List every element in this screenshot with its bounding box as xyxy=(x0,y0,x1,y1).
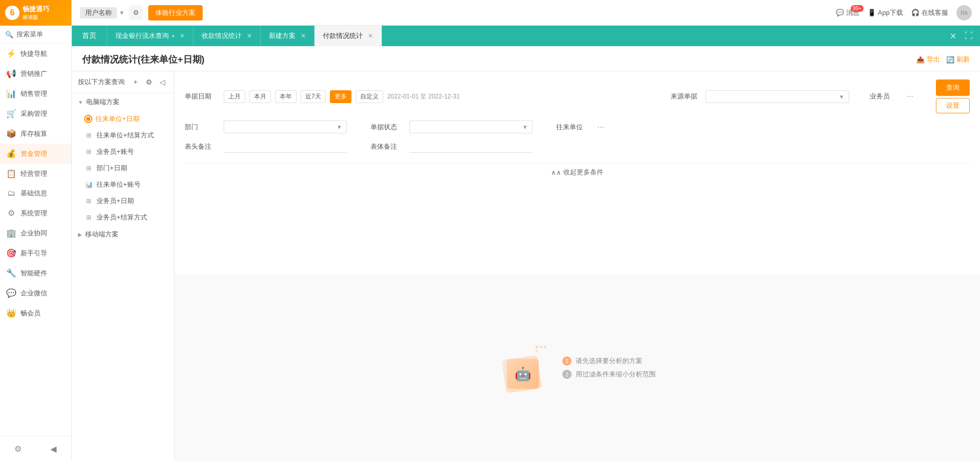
sidebar-item-guide[interactable]: 🎯 新手引导 xyxy=(0,243,71,263)
sidebar-item-quick-nav[interactable]: ⚡ 快捷导航 xyxy=(0,44,71,64)
desktop-group-arrow: ▼ xyxy=(78,99,83,105)
tab-receipt-stats-close[interactable]: ✕ xyxy=(247,32,252,39)
scheme-group-mobile[interactable]: ▶ 移动端方案 xyxy=(72,226,174,243)
scheme-item-partner-settle[interactable]: ⊞ 往来单位+结算方式 xyxy=(72,127,174,144)
smart-hw-icon: 🔧 xyxy=(6,268,16,278)
tab-new-scheme[interactable]: 新建方案 ✕ xyxy=(261,26,315,46)
messages-btn[interactable]: 💬 消息 99+ xyxy=(836,8,859,17)
sidebar-item-inventory[interactable]: 📦 库存核算 xyxy=(0,124,71,144)
sidebar-item-finance[interactable]: 💰 资金管理 xyxy=(0,144,71,164)
collapse-more-btn[interactable]: ∧∧ 收起更多条件 xyxy=(185,163,970,181)
scheme-item-staff-date[interactable]: ⊞ 业务员+日期 xyxy=(72,193,174,209)
date-custom-btn[interactable]: 自定义 xyxy=(356,90,383,103)
tab-payment-stats-close[interactable]: ✕ xyxy=(368,32,373,39)
scheme-group-desktop[interactable]: ▼ 电脑端方案 xyxy=(72,93,174,111)
partner-settle-label: 往来单位+结算方式 xyxy=(96,131,154,140)
messages-badge: 99+ xyxy=(851,5,864,12)
guide-icon: 🎯 xyxy=(6,248,16,258)
system-icon: ⚙ xyxy=(6,208,16,218)
user-menu-chevron[interactable]: ▾ xyxy=(120,9,124,16)
trial-btn[interactable]: 体验行业方案 xyxy=(148,5,203,21)
tab-receipt-stats[interactable]: 收款情况统计 ✕ xyxy=(193,26,261,46)
tab-bank-flow[interactable]: 现金银行流水查询 ▾ ✕ xyxy=(107,26,193,46)
tab-payment-stats[interactable]: 付款情况统计 ✕ xyxy=(315,26,382,46)
sidebar-item-label: 采购管理 xyxy=(21,109,47,118)
empty-tips: 1 请先选择要分析的方案 2 用过滤条件来缩小分析范围 xyxy=(562,356,656,379)
scheme-panel: 按以下方案查询 ＋ ⚙ ◁ ▼ 电脑端方案 xyxy=(72,71,174,461)
app-download-btn[interactable]: 📱 App下载 xyxy=(868,8,903,17)
sidebar-collapse-btn[interactable]: ◀ xyxy=(45,440,62,457)
header-remark-input[interactable] xyxy=(224,141,347,153)
tab-close-all-btn[interactable]: ✕ xyxy=(948,29,958,43)
date-7days-btn[interactable]: 近7天 xyxy=(301,90,326,103)
date-last-month-btn[interactable]: 上月 xyxy=(224,90,245,103)
filter-settings-btn[interactable]: 设置 xyxy=(936,98,970,113)
header-remark-label: 表头备注 xyxy=(185,142,215,151)
voucher-status-select[interactable]: ▾ xyxy=(409,121,533,133)
scheme-item-dept-date[interactable]: ⊞ 部门+日期 xyxy=(72,160,174,176)
scheme-collapse-btn[interactable]: ◁ xyxy=(156,76,168,88)
salesperson-label: 业务员 xyxy=(870,92,900,101)
sidebar-item-purchase[interactable]: 🛒 采购管理 xyxy=(0,104,71,124)
refresh-btn[interactable]: 🔄 刷新 xyxy=(946,55,970,64)
inventory-icon: 📦 xyxy=(6,129,16,138)
date-this-year-btn[interactable]: 本年 xyxy=(275,90,297,103)
sidebar-item-wechat[interactable]: 💬 企业微信 xyxy=(0,283,71,303)
dept-select[interactable]: ▾ xyxy=(224,121,347,133)
sidebar-item-basic-info[interactable]: 🗂 基础信息 xyxy=(0,184,71,203)
message-icon: 💬 xyxy=(836,9,844,16)
body-remark-input[interactable] xyxy=(409,141,533,153)
mobile-group-arrow: ▶ xyxy=(78,232,82,237)
sidebar-settings-btn[interactable]: ⚙ xyxy=(10,440,26,457)
staff-settle-icon: ⊞ xyxy=(84,213,93,222)
date-more-btn[interactable]: 更多 xyxy=(330,90,351,103)
sidebar-item-member[interactable]: 👑 畅会员 xyxy=(0,303,71,323)
sidebar-item-sales[interactable]: 📊 销售管理 xyxy=(0,84,71,104)
sidebar-item-enterprise[interactable]: 🏢 企业协同 xyxy=(0,223,71,243)
scheme-settings-btn[interactable]: ⚙ xyxy=(143,76,154,88)
sidebar-item-label: 新手引导 xyxy=(21,249,47,258)
scheme-item-staff-account[interactable]: ⊞ 业务员+账号 xyxy=(72,144,174,160)
source-voucher-label: 来源单据 xyxy=(671,92,701,101)
query-btn[interactable]: 查询 xyxy=(936,79,970,96)
topbar: 用户名称 ▾ ⚙ 体验行业方案 💬 消息 99+ 📱 App下载 🎧 在线客服 … xyxy=(72,0,980,26)
scheme-item-partner-account[interactable]: 📊 往来单位+账号 xyxy=(72,176,174,193)
tab-home[interactable]: 首页 xyxy=(72,26,107,46)
partner-select-dots[interactable]: ··· xyxy=(595,123,606,132)
sidebar-item-label: 基础信息 xyxy=(21,189,47,198)
user-avatar[interactable]: Rit xyxy=(956,5,972,21)
filter-row-3: 表头备注 表体备注 xyxy=(185,141,970,153)
partner-account-label: 往来单位+账号 xyxy=(96,180,141,189)
sidebar-item-system[interactable]: ⚙ 系统管理 xyxy=(0,203,71,223)
partner-date-radio-inner xyxy=(86,117,90,121)
app-name: 畅捷通巧 xyxy=(23,5,49,14)
tab-bank-flow-close[interactable]: ✕ xyxy=(180,32,185,39)
empty-tip-2: 2 用过滤条件来缩小分析范围 xyxy=(562,370,656,379)
page-header-actions: 📤 导出 🔄 刷新 xyxy=(916,55,970,64)
salesperson-select-dots[interactable]: ··· xyxy=(905,92,915,101)
voucher-status-chevron: ▾ xyxy=(523,123,527,131)
export-btn[interactable]: 📤 导出 xyxy=(916,55,940,64)
sidebar-item-label: 资金管理 xyxy=(21,149,47,158)
online-service-btn[interactable]: 🎧 在线客服 xyxy=(911,8,948,17)
sidebar-item-smart-hw[interactable]: 🔧 智能硬件 xyxy=(0,263,71,283)
sidebar-search[interactable]: 🔍 搜索菜单 xyxy=(0,26,71,44)
tab-new-scheme-close[interactable]: ✕ xyxy=(301,32,306,39)
tab-bank-flow-chevron: ▾ xyxy=(172,33,174,39)
finance-icon: 💰 xyxy=(6,149,16,158)
date-this-month-btn[interactable]: 本月 xyxy=(249,90,271,103)
refresh-icon: 🔄 xyxy=(946,56,954,64)
dept-chevron: ▾ xyxy=(338,123,341,131)
settings-gear-btn[interactable]: ⚙ xyxy=(129,6,143,20)
refresh-label: 刷新 xyxy=(956,55,970,64)
scheme-item-staff-settle[interactable]: ⊞ 业务员+结算方式 xyxy=(72,209,174,226)
scheme-add-btn[interactable]: ＋ xyxy=(130,76,141,88)
scheme-item-partner-date[interactable]: 往来单位+日期 xyxy=(72,111,174,127)
sidebar-bottom: ⚙ ◀ xyxy=(0,436,71,461)
source-voucher-select[interactable]: ▾ xyxy=(705,90,849,103)
sidebar-item-marketing[interactable]: 📢 营销推广 xyxy=(0,64,71,84)
tab-maximize-btn[interactable]: ⛶ xyxy=(963,29,975,43)
sidebar-item-label: 智能硬件 xyxy=(21,269,47,278)
partner-settle-icon: ⊞ xyxy=(84,131,93,140)
sidebar-item-operation[interactable]: 📋 经营管理 xyxy=(0,164,71,184)
